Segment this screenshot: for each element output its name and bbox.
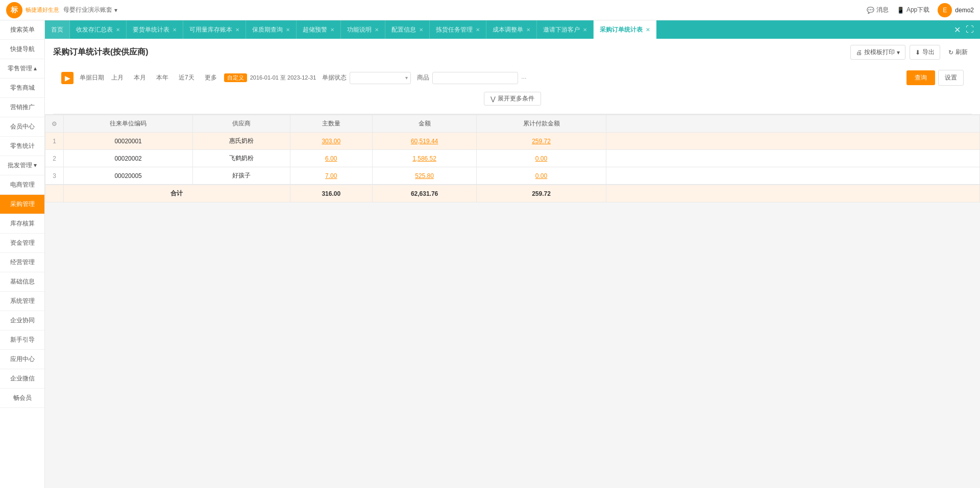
tab-config-label: 配置信息 bbox=[391, 25, 416, 34]
tab-func-desc-close[interactable]: ✕ bbox=[375, 27, 379, 33]
sidebar-item-ecommerce[interactable]: 电商管理 bbox=[0, 175, 44, 195]
sidebar-item-member[interactable]: 会员中心 bbox=[0, 117, 44, 137]
app-download-button[interactable]: 📱 App下载 bbox=[897, 6, 929, 14]
date-btn-more[interactable]: 更多 bbox=[201, 72, 221, 83]
tab-goods-stat[interactable]: 要货单统计表 ✕ bbox=[127, 20, 183, 39]
logo-text: 畅捷通好生意 bbox=[26, 7, 59, 13]
tab-expiry[interactable]: 保质期查询 ✕ bbox=[246, 20, 297, 39]
row-supplier: 好孩子 bbox=[193, 167, 290, 185]
template-print-label: 按模板打印 bbox=[864, 48, 895, 57]
workspace-name: 母婴行业演示账套 bbox=[63, 6, 112, 14]
chevron-down-icon: ▾ bbox=[114, 7, 117, 14]
tab-invite-close[interactable]: ✕ bbox=[583, 27, 587, 33]
date-btn-this-year[interactable]: 本年 bbox=[152, 72, 173, 83]
tab-purchase-stat[interactable]: 采购订单统计表 ✕ bbox=[594, 20, 656, 39]
tab-func-desc[interactable]: 功能说明 ✕ bbox=[341, 20, 385, 39]
tab-invite[interactable]: 邀请下游客户 ✕ bbox=[537, 20, 594, 39]
settings-col-icon[interactable]: ⚙ bbox=[52, 120, 57, 127]
goods-input[interactable] bbox=[432, 72, 518, 84]
status-select-wrapper bbox=[350, 72, 411, 84]
tab-inventory-book-close[interactable]: ✕ bbox=[235, 27, 239, 33]
tab-receive[interactable]: 收发存汇总表 ✕ bbox=[70, 20, 127, 39]
tab-inventory-book[interactable]: 可用量库存账本 ✕ bbox=[183, 20, 246, 39]
app-label: App下载 bbox=[906, 6, 929, 14]
expand-more-button[interactable]: ⋁ 展开更多条件 bbox=[484, 92, 541, 106]
sidebar-item-purchase[interactable]: 采购管理 bbox=[0, 195, 44, 214]
tab-cost-adj-close[interactable]: ✕ bbox=[526, 27, 530, 33]
sidebar-item-wholesale[interactable]: 批发管理 ▾ bbox=[0, 156, 44, 175]
export-button[interactable]: ⬇ 导出 bbox=[910, 45, 940, 60]
tab-maximize-button[interactable]: ⛶ bbox=[964, 24, 976, 35]
paid-link[interactable]: 0.00 bbox=[535, 155, 547, 162]
toggle-filter-button[interactable]: ▶ bbox=[61, 72, 74, 84]
sidebar-item-appcenter[interactable]: 应用中心 bbox=[0, 350, 44, 369]
row-paid: 0.00 bbox=[477, 150, 606, 167]
page-content: 采购订单统计表(按供应商) 🖨 按模板打印 ▾ ⬇ 导出 ↻ bbox=[45, 39, 980, 488]
sidebar-item-retail-stat[interactable]: 零售统计 bbox=[0, 137, 44, 156]
sidebar-item-wechat[interactable]: 企业微信 bbox=[0, 369, 44, 389]
message-button[interactable]: 💬 消息 bbox=[867, 6, 889, 14]
qty-link[interactable]: 6.00 bbox=[325, 155, 337, 162]
status-filter-group: 单据状态 bbox=[322, 72, 411, 84]
sidebar-item-operations[interactable]: 经营管理 bbox=[0, 253, 44, 272]
sidebar-item-newuser[interactable]: 新手引导 bbox=[0, 330, 44, 350]
qty-link[interactable]: 7.00 bbox=[325, 172, 337, 179]
message-icon: 💬 bbox=[867, 7, 874, 14]
tab-bar-actions: ✕ ⛶ bbox=[948, 20, 980, 39]
table-body: 1 00020001 惠氏奶粉 303.00 60,519.44 259.72 … bbox=[45, 133, 980, 185]
tab-home[interactable]: 首页 bbox=[45, 20, 70, 39]
user-area[interactable]: E demo2 bbox=[938, 3, 974, 17]
row-amount: 525.80 bbox=[372, 167, 477, 185]
tab-cost-adj[interactable]: 成本调整单 ✕ bbox=[486, 20, 537, 39]
row-supplier: 惠氏奶粉 bbox=[193, 133, 290, 150]
sidebar-item-vip[interactable]: 畅会员 bbox=[0, 389, 44, 408]
export-label: 导出 bbox=[922, 48, 935, 57]
amount-link[interactable]: 60,519.44 bbox=[411, 138, 438, 145]
qty-link[interactable]: 303.00 bbox=[322, 138, 340, 145]
sidebar-item-quick[interactable]: 快捷导航 bbox=[0, 40, 44, 59]
refresh-label: 刷新 bbox=[955, 48, 968, 57]
sidebar-item-finance[interactable]: 资金管理 bbox=[0, 234, 44, 253]
sidebar-item-inventory[interactable]: 库存核算 bbox=[0, 214, 44, 234]
query-button[interactable]: 查询 bbox=[906, 70, 935, 85]
tab-receive-close[interactable]: ✕ bbox=[116, 27, 120, 33]
expand-more-label: 展开更多条件 bbox=[498, 94, 534, 103]
workspace-selector[interactable]: 母婴行业演示账套 ▾ bbox=[63, 6, 117, 14]
goods-ellipsis[interactable]: ··· bbox=[521, 74, 526, 82]
table-header-row: ⚙ 往来单位编码 供应商 主数量 金额 累计付款金额 bbox=[45, 115, 980, 133]
sidebar-item-system[interactable]: 系统管理 bbox=[0, 292, 44, 311]
date-btn-7days[interactable]: 近7天 bbox=[175, 72, 199, 83]
row-code: 00020001 bbox=[64, 133, 193, 150]
template-print-button[interactable]: 🖨 按模板打印 ▾ bbox=[850, 45, 905, 60]
sidebar-item-retail-shop[interactable]: 零售商城 bbox=[0, 79, 44, 98]
tab-config-close[interactable]: ✕ bbox=[419, 27, 423, 33]
refresh-button[interactable]: ↻ 刷新 bbox=[944, 45, 972, 59]
tab-overstock-close[interactable]: ✕ bbox=[330, 27, 334, 33]
sidebar-item-marketing[interactable]: 营销推广 bbox=[0, 98, 44, 117]
tab-pick-task-close[interactable]: ✕ bbox=[476, 27, 480, 33]
date-btn-this-month[interactable]: 本月 bbox=[130, 72, 150, 83]
content-area: 首页 收发存汇总表 ✕ 要货单统计表 ✕ 可用量库存账本 ✕ 保质期查询 ✕ 超… bbox=[45, 20, 980, 488]
sidebar-item-enterprise[interactable]: 企业协同 bbox=[0, 311, 44, 330]
tab-config[interactable]: 配置信息 ✕ bbox=[385, 20, 430, 39]
row-supplier: 飞鹤奶粉 bbox=[193, 150, 290, 167]
tab-purchase-stat-close[interactable]: ✕ bbox=[646, 27, 650, 33]
date-btn-last-month[interactable]: 上月 bbox=[107, 72, 128, 83]
sidebar-item-search[interactable]: 搜索英单 bbox=[0, 20, 44, 40]
tab-expiry-close[interactable]: ✕ bbox=[286, 27, 290, 33]
tab-close-all-button[interactable]: ✕ bbox=[952, 24, 963, 36]
tab-overstock[interactable]: 超储预警 ✕ bbox=[297, 20, 341, 39]
tab-goods-stat-close[interactable]: ✕ bbox=[173, 27, 177, 33]
amount-link[interactable]: 1,586.52 bbox=[412, 155, 436, 162]
amount-link[interactable]: 525.80 bbox=[415, 172, 434, 179]
sidebar-item-basic[interactable]: 基础信息 bbox=[0, 272, 44, 292]
paid-link[interactable]: 0.00 bbox=[535, 172, 547, 179]
sidebar-item-retail[interactable]: 零售管理 ▴ bbox=[0, 59, 44, 79]
status-select[interactable] bbox=[350, 72, 411, 84]
settings-button[interactable]: 设置 bbox=[938, 70, 964, 86]
paid-link[interactable]: 259.72 bbox=[532, 138, 551, 145]
tab-receive-label: 收发存汇总表 bbox=[76, 25, 113, 34]
table-container: ⚙ 往来单位编码 供应商 主数量 金额 累计付款金额 1 bbox=[45, 115, 980, 202]
row-paid: 259.72 bbox=[477, 133, 606, 150]
tab-pick-task[interactable]: 拣货任务管理 ✕ bbox=[430, 20, 486, 39]
